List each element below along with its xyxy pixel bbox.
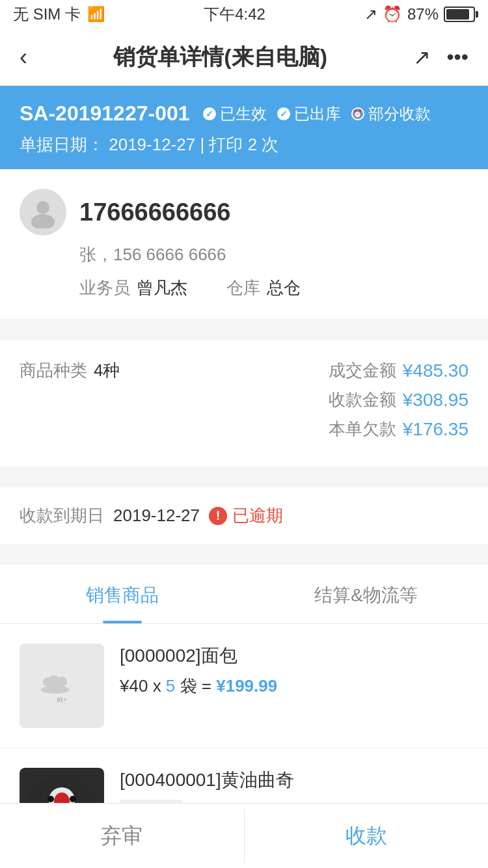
page-title: 销货单详情(来自电脑) [113, 42, 327, 72]
product-info-1: [0000002]面包 ¥40 x 5 袋 = ¥199.99 [120, 644, 468, 698]
warehouse-label: 仓库 [226, 277, 260, 299]
svg-point-1 [31, 214, 55, 228]
debt-item: 本单欠款 ¥176.35 [329, 418, 468, 441]
status-left: 无 SIM 卡 📶 [13, 4, 105, 25]
type-item: 商品种类 4种 [20, 359, 120, 382]
svg-point-11 [70, 796, 76, 802]
customer-sub: 张，156 6666 6666 [79, 243, 468, 266]
due-date-value: 2019-12-27 [113, 506, 200, 526]
location-icon: ↗ [364, 5, 377, 23]
avatar [20, 189, 66, 236]
battery-icon [444, 7, 475, 22]
divider-1 [0, 329, 488, 340]
check-icon-2: ✓ [277, 107, 290, 120]
received-label: 收款金额 [329, 388, 396, 411]
sales-label: 业务员 [79, 277, 130, 299]
back-button[interactable]: ‹ [20, 44, 27, 71]
amount-value: ¥485.30 [403, 360, 468, 381]
svg-point-4 [57, 677, 67, 687]
check-icon-1: ✓ [203, 107, 216, 120]
cancel-button[interactable]: 弃审 [0, 809, 245, 863]
customer-meta: 业务员 曾凡杰 仓库 总仓 [79, 277, 468, 299]
status-right: ↗ ⏰ 87% [364, 5, 475, 23]
debt-value: ¥176.35 [403, 419, 468, 440]
sales-item: 业务员 曾凡杰 [79, 277, 187, 299]
type-label: 商品种类 [20, 359, 87, 382]
divider-2 [0, 477, 488, 487]
product-multiply-1: x [153, 676, 166, 696]
product-name-1: [0000002]面包 [120, 644, 468, 668]
type-value: 4种 [94, 359, 120, 382]
svg-point-0 [36, 201, 49, 214]
print-count: 2 [248, 135, 257, 154]
alarm-icon: ⏰ [383, 5, 402, 23]
tab-settlement[interactable]: 结算&物流等 [244, 565, 488, 623]
svg-point-3 [43, 677, 52, 686]
print-separator: | [200, 135, 209, 154]
overdue-badge: ! 已逾期 [209, 504, 283, 527]
print-label: 打印 [209, 135, 243, 154]
due-section: 收款到期日 2019-12-27 ! 已逾期 [0, 487, 488, 544]
tab-settlement-label: 结算&物流等 [314, 585, 418, 605]
clock-icon: ⏰ [351, 107, 364, 120]
order-badges: ✓ 已生效 ✓ 已出库 ⏰ 部分收款 [203, 103, 431, 124]
status-time: 下午4:42 [204, 4, 265, 25]
more-button[interactable]: ••• [446, 45, 468, 69]
badge-effective-label: 已生效 [220, 103, 267, 124]
wifi-icon: 📶 [87, 6, 105, 23]
received-item: 收款金额 ¥308.95 [329, 388, 468, 411]
product-item: 鲜+ [0000002]面包 ¥40 x 5 袋 = ¥199.99 [0, 624, 488, 748]
svg-text:鲜+: 鲜+ [57, 696, 67, 703]
product-price-unit-1: ¥40 [120, 676, 148, 696]
customer-row: 17666666666 [20, 189, 468, 236]
order-header: SA-20191227-001 ✓ 已生效 ✓ 已出库 ⏰ 部分收款 单据日期：… [0, 86, 488, 169]
stats-left: 商品种类 4种 [20, 359, 120, 388]
badge-partial: ⏰ 部分收款 [351, 103, 431, 124]
product-price-row-1: ¥40 x 5 袋 = ¥199.99 [120, 675, 468, 698]
tabs-header: 销售商品 结算&物流等 [0, 565, 488, 624]
debt-label: 本单欠款 [329, 418, 396, 441]
customer-name: 17666666666 [79, 198, 230, 226]
svg-point-5 [41, 686, 70, 694]
product-equals-1: = [202, 676, 216, 696]
tab-sales-product[interactable]: 销售商品 [0, 565, 244, 623]
confirm-button[interactable]: 收款 [245, 809, 489, 863]
order-date-row: 单据日期： 2019-12-27 | 打印 2 次 [20, 133, 468, 156]
stats-section: 商品种类 4种 成交金额 ¥485.30 收款金额 ¥308.95 本单欠款 ¥… [0, 340, 488, 467]
tab-sales-product-label: 销售商品 [86, 585, 159, 605]
product-qty-1: 5 [166, 676, 175, 696]
product-unit-1: 袋 [180, 676, 197, 696]
amount-label: 成交金额 [329, 359, 396, 382]
warehouse-value: 总仓 [267, 277, 301, 299]
svg-point-10 [47, 796, 54, 802]
badge-shipped: ✓ 已出库 [277, 103, 341, 124]
order-header-top: SA-20191227-001 ✓ 已生效 ✓ 已出库 ⏰ 部分收款 [20, 102, 468, 126]
product-thumb-placeholder-1: 鲜+ [20, 644, 104, 728]
order-date-label: 单据日期： [20, 135, 104, 154]
order-id: SA-20191227-001 [20, 102, 190, 126]
battery-label: 87% [407, 5, 439, 23]
product-thumb-1: 鲜+ [20, 644, 104, 728]
overdue-text: 已逾期 [232, 504, 283, 527]
order-date-value: 2019-12-27 [109, 135, 195, 154]
divider-3 [0, 554, 488, 565]
nav-bar: ‹ 销货单详情(来自电脑) ↗︎ ••• [0, 29, 488, 86]
customer-section: 17666666666 张，156 6666 6666 业务员 曾凡杰 仓库 总… [0, 169, 488, 319]
amount-item: 成交金额 ¥485.30 [329, 359, 468, 382]
stats-right: 成交金额 ¥485.30 收款金额 ¥308.95 本单欠款 ¥176.35 [329, 359, 468, 447]
overdue-icon: ! [209, 507, 227, 525]
carrier-label: 无 SIM 卡 [13, 4, 81, 25]
product-total-1: ¥199.99 [216, 676, 277, 696]
share-button[interactable]: ↗︎ [413, 45, 431, 70]
badge-partial-label: 部分收款 [368, 103, 431, 124]
sales-value: 曾凡杰 [137, 277, 187, 299]
product-name-2: [000400001]黄油曲奇 [120, 768, 468, 793]
due-label: 收款到期日 [20, 504, 104, 527]
badge-shipped-label: 已出库 [294, 103, 341, 124]
print-suffix: 次 [262, 135, 278, 154]
received-value: ¥308.95 [403, 390, 468, 411]
bottom-bar: 弃审 收款 [0, 803, 488, 868]
status-bar: 无 SIM 卡 📶 下午4:42 ↗ ⏰ 87% [0, 0, 488, 29]
badge-effective: ✓ 已生效 [203, 103, 267, 124]
nav-actions: ↗︎ ••• [413, 45, 468, 70]
